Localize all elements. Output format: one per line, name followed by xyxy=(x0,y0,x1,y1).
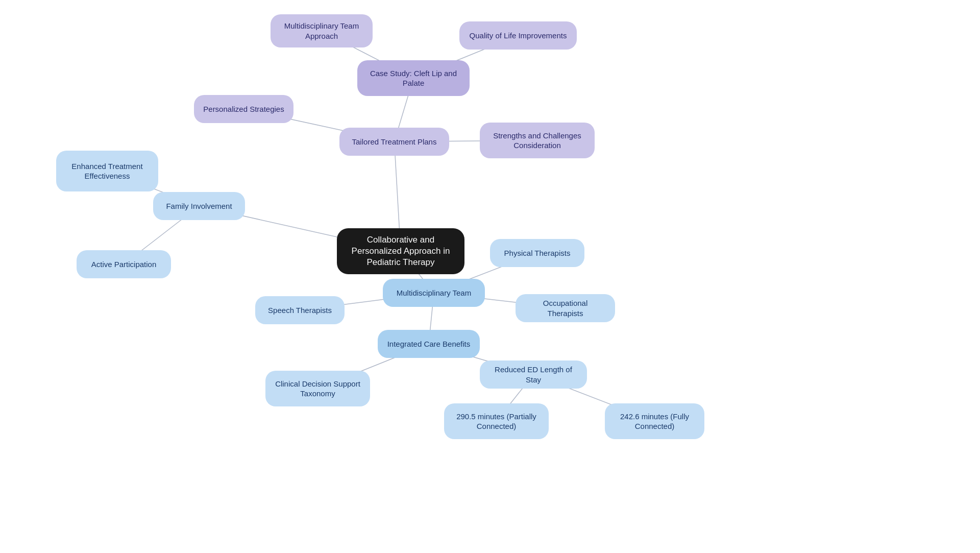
node-speech_therapists: Speech Therapists xyxy=(255,296,345,324)
node-active_participation: Active Participation xyxy=(77,250,171,278)
node-family_involvement: Family Involvement xyxy=(153,192,245,220)
node-clinical_decision: Clinical Decision Support Taxonomy xyxy=(265,371,370,406)
node-quality_of_life: Quality of Life Improvements xyxy=(459,21,577,50)
node-occupational_therapists: Occupational Therapists xyxy=(516,294,615,322)
node-enhanced_treatment: Enhanced Treatment Effectiveness xyxy=(56,151,158,191)
node-center: Collaborative and Personalized Approach … xyxy=(337,228,464,274)
node-strengths_challenges: Strengths and Challenges Consideration xyxy=(480,123,595,158)
node-minutes_290: 290.5 minutes (Partially Connected) xyxy=(444,403,549,439)
node-case_study: Case Study: Cleft Lip and Palate xyxy=(357,60,470,96)
node-multidisciplinary_team: Multidisciplinary Team xyxy=(383,279,485,307)
node-tailored_treatment: Tailored Treatment Plans xyxy=(339,128,449,156)
node-minutes_242: 242.6 minutes (Fully Connected) xyxy=(605,403,704,439)
node-physical_therapists: Physical Therapists xyxy=(490,239,584,267)
node-integrated_care: Integrated Care Benefits xyxy=(378,330,480,358)
node-reduced_ed: Reduced ED Length of Stay xyxy=(480,360,587,389)
node-personalized_strategies: Personalized Strategies xyxy=(194,95,293,123)
node-multidisciplinary_team_approach: Multidisciplinary Team Approach xyxy=(271,14,373,47)
